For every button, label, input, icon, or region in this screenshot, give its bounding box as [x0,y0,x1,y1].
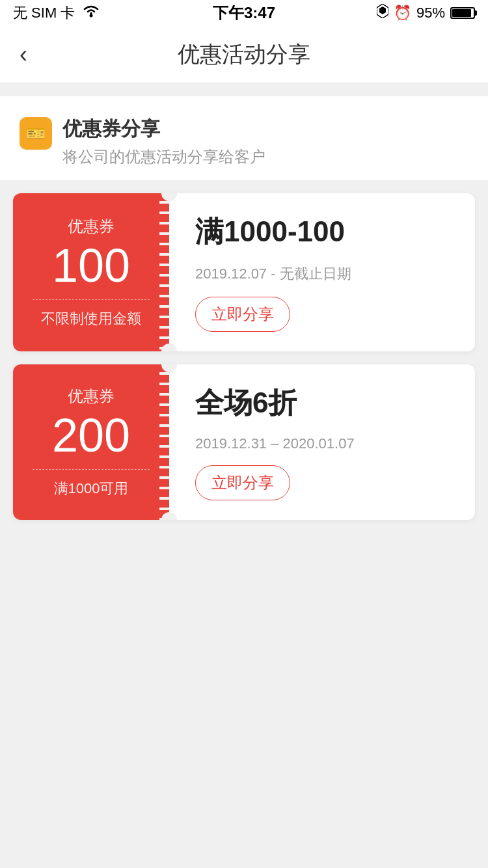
coupon-label-1: 优惠券 [68,216,115,237]
coupon-amount-2: 200 [52,412,130,459]
status-left: 无 SIM 卡 [13,3,101,23]
wifi-icon [81,4,101,22]
coupon-icon: 🎫 [26,124,46,142]
section-subtitle: 将公司的优惠活动分享给客户 [62,146,265,167]
section-text: 优惠券分享 将公司的优惠活动分享给客户 [62,116,265,167]
nav-bar: ‹ 优惠活动分享 [0,26,488,83]
coupon-left-1: 优惠券 100 不限制使用金额 [13,193,169,351]
coupon-right-2: 全场6折 2019.12.31 – 2020.01.07 立即分享 [169,364,475,520]
coupon-card-1: 优惠券 100 不限制使用金额 满1000-100 2019.12.07 - 无… [13,193,475,351]
status-time: 下午3:47 [213,3,275,23]
section-title: 优惠券分享 [62,116,265,142]
coupon-meta-1: 2019.12.07 - 无截止日期 [195,264,455,284]
empty-area [0,520,488,780]
alarm-icon: ⏰ [394,5,411,21]
coupon-condition-1: 不限制使用金额 [41,309,141,329]
coupon-meta-2: 2019.12.31 – 2020.01.07 [195,435,455,452]
coupon-left-2: 优惠券 200 满1000可用 [13,364,169,520]
svg-point-0 [90,14,93,18]
coupon-list: 优惠券 100 不限制使用金额 满1000-100 2019.12.07 - 无… [0,180,488,520]
coupon-amount-1: 100 [52,242,130,289]
share-button-2[interactable]: 立即分享 [195,465,290,500]
section-icon: 🎫 [20,117,52,150]
status-right: ⏰ 95% [377,4,475,22]
coupon-condition-2: 满1000可用 [54,479,129,498]
coupon-right-1: 满1000-100 2019.12.07 - 无截止日期 立即分享 [169,193,475,351]
carrier-text: 无 SIM 卡 [13,3,75,23]
location-icon [377,4,388,22]
status-bar: 无 SIM 卡 下午3:47 ⏰ 95% [0,0,488,26]
coupon-title-2: 全场6折 [195,384,455,422]
coupon-label-2: 优惠券 [68,386,115,407]
page-title: 优惠活动分享 [178,40,310,70]
back-button[interactable]: ‹ [20,41,27,68]
coupon-card-2: 优惠券 200 满1000可用 全场6折 2019.12.31 – 2020.0… [13,364,475,520]
battery-icon [450,7,475,19]
battery-text: 95% [416,5,445,21]
section-header: 🎫 优惠券分享 将公司的优惠活动分享给客户 [0,96,488,180]
coupon-title-1: 满1000-100 [195,213,455,251]
share-button-1[interactable]: 立即分享 [195,297,290,332]
